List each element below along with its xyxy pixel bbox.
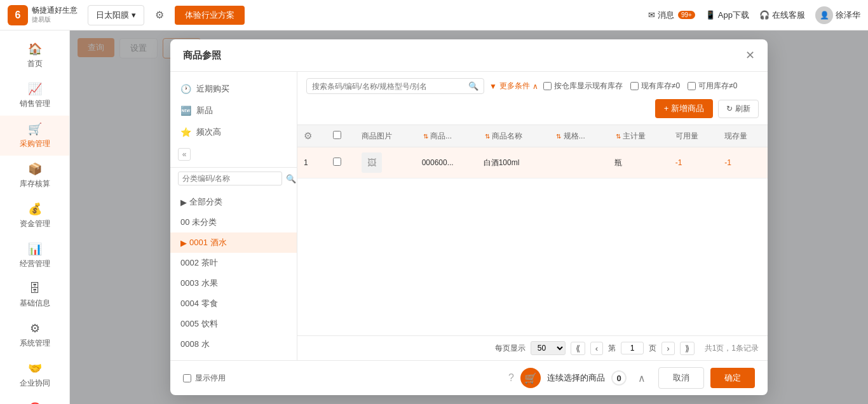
- app-download-label: App下载: [718, 10, 749, 21]
- page-last-btn[interactable]: ⟫: [680, 342, 695, 355]
- footer-collapse-btn[interactable]: ∧: [633, 369, 651, 387]
- category-liquor-label: 0001 酒水: [189, 237, 227, 248]
- try-button[interactable]: 体验行业方案: [175, 6, 245, 25]
- category-tea-label: 0002 茶叶: [180, 257, 218, 269]
- page-next-btn[interactable]: ›: [661, 342, 674, 355]
- modal-close-icon[interactable]: ✕: [745, 48, 755, 62]
- refresh-button[interactable]: ↻ 刷新: [718, 100, 759, 118]
- th-spec[interactable]: ⇅ 规格...: [548, 125, 607, 147]
- tab-high-frequency[interactable]: ⭐ 频次高: [170, 121, 297, 143]
- category-search-input[interactable]: [178, 172, 282, 185]
- guide-icon: 🎯: [28, 401, 42, 404]
- sidebar-label-inventory: 库存核算: [20, 178, 50, 189]
- online-service-item[interactable]: 🎧 在线客服: [759, 10, 805, 21]
- current-stock-checkbox[interactable]: [630, 82, 639, 90]
- footer-center: ? 🛒 连续选择的商品 0 ∧: [508, 368, 651, 388]
- modal-footer: 显示停用 ? 🛒 连续选择的商品 0 ∧ 取消: [170, 360, 768, 395]
- display-disabled-checkbox[interactable]: [183, 374, 191, 382]
- page-first-btn[interactable]: ⟪: [571, 342, 585, 355]
- modal-overlay: 商品参照 ✕ 🕐 近期购买 🆕: [70, 30, 868, 404]
- sort-icon-name: ⇅: [485, 133, 490, 140]
- category-snack[interactable]: 0004 零食: [170, 293, 297, 314]
- phone-icon: 📱: [705, 10, 715, 20]
- th-code[interactable]: ⇅ 商品...: [416, 125, 477, 147]
- page-prev-btn[interactable]: ‹: [590, 342, 603, 355]
- sidebar-item-finance[interactable]: 💰 资金管理: [0, 196, 69, 236]
- category-all[interactable]: ▶ 全部分类: [170, 192, 297, 212]
- product-search-box: 🔍: [306, 78, 484, 94]
- product-table-area: ⚙ 商品图片: [297, 125, 768, 335]
- checkbox-current-stock[interactable]: 现有库存≠0: [630, 81, 680, 91]
- sidebar-item-basic-info[interactable]: 🗄 基础信息: [0, 276, 69, 315]
- column-settings-icon[interactable]: ⚙: [304, 130, 312, 141]
- confirm-button[interactable]: 确定: [710, 368, 755, 388]
- tab-freq-label: 频次高: [196, 126, 221, 138]
- category-unclassified[interactable]: 00 未分类: [170, 212, 297, 232]
- filter-button[interactable]: ▼ 更多条件 ∧: [489, 81, 538, 91]
- selection-count: 0: [616, 374, 621, 383]
- th-unit[interactable]: ⇅ 主计量: [608, 125, 669, 147]
- modal-header: 商品参照 ✕: [170, 39, 768, 72]
- search-icon[interactable]: 🔍: [286, 174, 296, 184]
- category-liquor[interactable]: ▶ 0001 酒水: [170, 232, 297, 253]
- sidebar-label-finance: 资金管理: [20, 219, 50, 229]
- settings-icon[interactable]: ⚙: [149, 5, 170, 25]
- top-right-area: ✉ 消息 99+ 📱 App下载 🎧 在线客服 👤 徐泽华: [648, 6, 860, 24]
- sidebar-item-home[interactable]: 🏠 首页: [0, 36, 69, 76]
- product-search-icon[interactable]: 🔍: [468, 81, 478, 91]
- sidebar-label-sales: 销售管理: [20, 98, 50, 109]
- sidebar-item-enterprise[interactable]: 🤝 企业协同: [0, 355, 69, 395]
- available-stock-checkbox[interactable]: [688, 82, 696, 90]
- th-available: 可用量: [669, 125, 719, 147]
- th-code-label: 商品...: [430, 131, 452, 140]
- checkbox-available-stock[interactable]: 可用库存≠0: [688, 81, 737, 91]
- add-product-button[interactable]: + 新增商品: [655, 99, 713, 118]
- tab-new-products[interactable]: 🆕 新品: [170, 100, 297, 121]
- row-checkbox[interactable]: [333, 158, 341, 166]
- category-drink[interactable]: 0005 饮料: [170, 314, 297, 334]
- sidebar-label-operations: 经营管理: [20, 259, 50, 269]
- select-all-checkbox[interactable]: [333, 131, 341, 139]
- category-tea[interactable]: 0002 茶叶: [170, 253, 297, 273]
- cart-icon[interactable]: 🛒: [520, 368, 541, 388]
- sort-icon-unit: ⇅: [616, 133, 621, 140]
- th-name[interactable]: ⇅ 商品名称: [477, 125, 549, 147]
- collapse-left-btn[interactable]: «: [178, 148, 191, 161]
- app-download-item[interactable]: 📱 App下载: [705, 10, 749, 21]
- user-profile-item[interactable]: 👤 徐泽华: [815, 6, 860, 24]
- category-fruit[interactable]: 0003 水果: [170, 273, 297, 293]
- row-seq: 1: [304, 158, 308, 167]
- tab-recent-purchase[interactable]: 🕐 近期购买: [170, 78, 297, 100]
- sidebar-item-operations[interactable]: 📊 经营管理: [0, 236, 69, 276]
- top-nav: 6 畅捷通好生意 捷易版 日太阳膜 ▾ ⚙ 体验行业方案 ✉ 消息 99+ 📱 …: [0, 0, 868, 30]
- star-icon: ⭐: [180, 127, 191, 137]
- sidebar-item-system[interactable]: ⚙ 系统管理: [0, 315, 69, 355]
- table-header-row: ⚙ 商品图片: [297, 125, 768, 147]
- th-available-label: 可用量: [675, 131, 698, 140]
- category-water[interactable]: 0008 水: [170, 334, 297, 354]
- sidebar-item-inventory[interactable]: 📦 库存核算: [0, 156, 69, 196]
- product-search-input[interactable]: [312, 82, 465, 91]
- available-stock-label: 可用库存≠0: [698, 81, 737, 91]
- td-stock: -1: [718, 147, 768, 178]
- warehouse-stock-checkbox[interactable]: [543, 82, 552, 90]
- refresh-icon: ↻: [726, 104, 733, 113]
- sort-icon: ⇅: [423, 133, 428, 140]
- page-input[interactable]: [621, 342, 644, 354]
- sidebar-item-guide[interactable]: 🎯 新手引导: [0, 395, 69, 404]
- branch-dropdown[interactable]: 日太阳膜 ▾: [88, 5, 144, 25]
- main-layout: 🏠 首页 📈 销售管理 🛒 采购管理 📦 库存核算 💰 资金管理 📊 经营管理 …: [0, 30, 868, 404]
- sidebar-item-purchase[interactable]: 🛒 采购管理: [0, 116, 69, 156]
- td-image: 🖼: [355, 147, 415, 178]
- checkbox-warehouse-stock[interactable]: 按仓库显示现有库存: [543, 81, 623, 91]
- help-icon[interactable]: ?: [508, 372, 514, 384]
- messages-nav-item[interactable]: ✉ 消息 99+: [648, 10, 695, 21]
- online-service-label: 在线客服: [772, 10, 805, 21]
- page-size-select[interactable]: 50 100: [531, 341, 566, 355]
- category-all-label: 全部分类: [189, 196, 222, 208]
- cancel-button[interactable]: 取消: [658, 367, 704, 389]
- table-row[interactable]: 1 🖼 00: [297, 147, 768, 178]
- sidebar-item-sales[interactable]: 📈 销售管理: [0, 76, 69, 116]
- footer-right: 取消 确定: [658, 367, 755, 389]
- category-fruit-label: 0003 水果: [180, 278, 218, 289]
